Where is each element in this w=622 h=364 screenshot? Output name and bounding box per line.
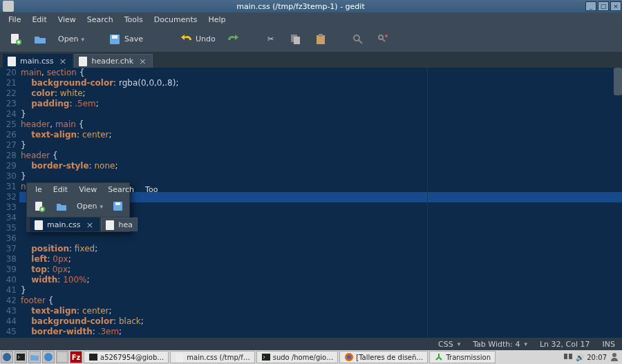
tab-label: header.chk (91, 57, 133, 66)
main-menu-tools[interactable]: Tools (119, 14, 149, 26)
gutter: 2021222324252627282930313233343536373839… (0, 68, 19, 351)
code-line[interactable]: left: 0px; (19, 254, 622, 265)
secondary-tab[interactable]: hea (101, 218, 137, 231)
code-line[interactable]: top: 0px; (19, 265, 622, 275)
user-icon[interactable] (610, 352, 619, 363)
line-number: 36 (0, 233, 17, 244)
secondary-save-button[interactable] (109, 198, 128, 215)
tabwidth-selector[interactable]: Tab Width: 4 (473, 340, 527, 349)
editor-tab[interactable]: header.chk× (74, 54, 153, 68)
statusbar: CSS Tab Width: 4 Ln 32, Col 17 INS (0, 338, 622, 350)
code-line[interactable]: padding: .5em; (19, 99, 622, 109)
scrollbar-thumb[interactable] (614, 68, 622, 95)
secondary-open-label: Open (77, 202, 97, 211)
secondary-menu-too[interactable]: Too (140, 184, 163, 195)
code-line[interactable] (19, 233, 622, 244)
taskbar-item[interactable]: a5267954@giob… (84, 351, 169, 363)
find-replace-icon (376, 32, 390, 46)
show-desktop-button[interactable] (56, 351, 68, 363)
code-line[interactable]: position: fixed; (19, 244, 622, 254)
svg-point-10 (385, 35, 388, 37)
undo-button[interactable]: Undo (176, 30, 218, 48)
secondary-new-file-button[interactable] (30, 198, 49, 215)
main-menu-view[interactable]: View (53, 14, 82, 26)
window-titlebar: main.css (/tmp/fz3temp-1) - gedit _ □ × (0, 0, 622, 12)
paste-button[interactable] (311, 30, 330, 48)
new-file-button[interactable] (6, 30, 25, 48)
tab-close-button[interactable]: × (58, 56, 68, 66)
code-line[interactable]: } (19, 109, 622, 119)
secondary-menu-edit[interactable]: Edit (48, 184, 73, 195)
window-title: main.css (/tmp/fz3temp-1) - gedit (17, 2, 585, 11)
open-folder-button[interactable] (30, 30, 50, 48)
main-menu-documents[interactable]: Documents (149, 14, 203, 26)
cut-icon: ✂ (264, 32, 278, 46)
code-line[interactable]: background-color: rgba(0,0,0,.8); (19, 78, 622, 88)
browser-launcher[interactable] (42, 351, 55, 363)
code-line[interactable]: header { (19, 151, 622, 161)
code-line[interactable]: header, main { (19, 119, 622, 130)
xfce-menu-button[interactable] (1, 351, 13, 363)
taskbar-item[interactable]: main.css (/tmp/f… (170, 351, 254, 363)
code-line[interactable]: border-width: .3em; (19, 327, 622, 337)
save-button[interactable]: Save (105, 30, 146, 48)
secondary-gedit-window[interactable]: leEditViewSearchToo Open ▾ main.css×hea (26, 182, 130, 232)
code-line[interactable]: } (19, 285, 622, 296)
clock[interactable]: 20:07 (587, 354, 607, 361)
close-button[interactable]: × (610, 1, 621, 11)
chevron-down-icon: ▾ (100, 203, 103, 210)
language-selector[interactable]: CSS (438, 340, 460, 349)
code-line[interactable]: main, section { (19, 68, 622, 78)
secondary-open-button[interactable]: Open ▾ (74, 198, 106, 215)
main-menu-edit[interactable]: Edit (26, 14, 52, 26)
insert-mode: INS (603, 340, 615, 349)
tab-close-button[interactable]: × (138, 56, 148, 66)
find-replace-button[interactable] (373, 30, 393, 48)
code-line[interactable]: } (19, 171, 622, 182)
find-button[interactable] (348, 30, 368, 48)
code-line[interactable]: } (19, 140, 622, 151)
secondary-tab[interactable]: main.css× (30, 218, 100, 231)
code-line[interactable]: footer { (19, 296, 622, 306)
main-menu-file[interactable]: File (3, 14, 26, 26)
code-line[interactable]: border-style: none; (19, 161, 622, 171)
code-line[interactable]: width: 100%; (19, 275, 622, 285)
chevron-down-icon: ▾ (81, 36, 84, 43)
main-menu-help[interactable]: Help (202, 14, 231, 26)
taskbar-item[interactable]: Transmission (429, 351, 496, 363)
code-line[interactable]: color: white; (19, 88, 622, 99)
svg-rect-14 (115, 202, 120, 205)
svg-rect-3 (112, 35, 117, 39)
code-line[interactable]: background-color: black; (19, 316, 622, 327)
code-line[interactable]: text-align: center; (19, 306, 622, 316)
secondary-menu-view[interactable]: View (73, 184, 102, 195)
svg-rect-25 (569, 354, 572, 359)
secondary-menu-le[interactable]: le (30, 184, 48, 195)
cut-button[interactable]: ✂ (261, 30, 281, 48)
line-number: 25 (0, 119, 17, 130)
taskbar-item[interactable]: sudo /home/gio… (256, 351, 339, 363)
terminal-launcher[interactable] (15, 351, 27, 363)
taskbar-item[interactable]: [Talleres de diseñ… (339, 351, 428, 363)
redo-icon (227, 32, 241, 46)
minimize-button[interactable]: _ (585, 1, 596, 11)
copy-button[interactable] (286, 30, 305, 48)
main-menu-search[interactable]: Search (82, 14, 119, 26)
tab-close-button[interactable]: × (85, 220, 95, 230)
code-line[interactable]: text-align: center; (19, 130, 622, 140)
svg-rect-21 (262, 354, 270, 361)
filezilla-launcher[interactable]: Fz (70, 351, 82, 363)
taskbar-item-icon (175, 352, 185, 362)
network-icon[interactable] (563, 352, 573, 363)
files-launcher[interactable] (28, 351, 41, 363)
redo-button[interactable] (224, 30, 243, 48)
document-icon (106, 220, 114, 230)
open-label: Open (58, 35, 78, 44)
line-number: 20 (0, 68, 17, 78)
secondary-menu-search[interactable]: Search (102, 184, 140, 195)
editor-tab[interactable]: main.css× (3, 54, 73, 68)
secondary-folder-button[interactable] (52, 198, 71, 215)
maximize-button[interactable]: □ (598, 1, 609, 11)
volume-icon[interactable]: 🔊 (576, 354, 584, 361)
open-button[interactable]: Open ▾ (55, 30, 87, 48)
